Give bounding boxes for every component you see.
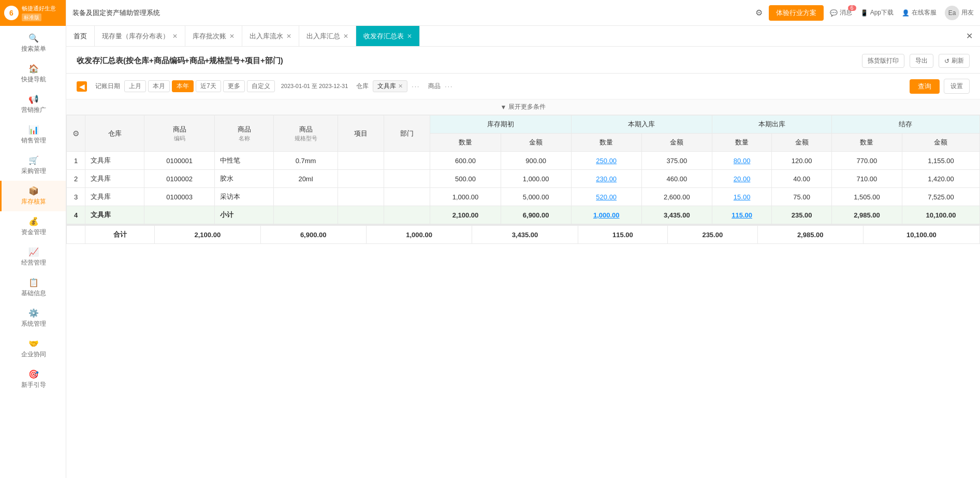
- name-cell: 中性笔: [215, 152, 274, 170]
- table-row: 2文具库0100002胶水20ml500.001,000.00230.00460…: [67, 170, 980, 188]
- tab-close-batch-ledger[interactable]: ✕: [229, 33, 235, 40]
- in-qty-cell[interactable]: 250.00: [571, 152, 641, 170]
- online-service-btn[interactable]: 👤 在线客服: [902, 8, 937, 17]
- code-cell: 0100001: [144, 152, 215, 170]
- col-opening-header: 库存期初: [430, 115, 571, 134]
- open-amt-cell: 1,000.00: [501, 170, 571, 188]
- in-qty-cell[interactable]: 520.00: [571, 188, 641, 206]
- page-content: 收发存汇总表(按仓库+商品编码+商品+规格型号+项目+部门) 拣货版打印 导出 …: [66, 47, 980, 478]
- sidebar-item-basic[interactable]: 📋基础信息: [0, 272, 66, 303]
- sidebar-item-inventory[interactable]: 📦库存核算: [0, 181, 66, 211]
- date-btn-last-month[interactable]: 上月: [124, 80, 146, 92]
- print-btn[interactable]: 拣货版打印: [862, 54, 904, 68]
- sidebar-item-collab[interactable]: 🤝企业协同: [0, 334, 66, 364]
- col-in-header: 本期入库: [571, 115, 712, 134]
- sidebar-item-marketing[interactable]: 📢营销推广: [0, 89, 66, 120]
- purchase-icon: 🛒: [28, 155, 39, 165]
- date-filter-label: 记账日期: [95, 82, 120, 91]
- service-icon: 👤: [902, 9, 910, 17]
- footer-in-qty: 1,000.00: [366, 226, 472, 244]
- footer-out-qty: 115.00: [578, 226, 667, 244]
- tab-in-out-summary[interactable]: 出入库汇总✕: [299, 26, 356, 46]
- col-opening-qty-header: 数量: [430, 134, 501, 152]
- refresh-btn[interactable]: ↺ 刷新: [939, 54, 970, 68]
- bal-qty-cell: 1,505.00: [831, 188, 902, 206]
- bal-amt-cell: 1,155.00: [902, 152, 979, 170]
- tab-close-in-out-flow[interactable]: ✕: [286, 33, 291, 40]
- in-qty-cell[interactable]: 1,000.00: [571, 206, 641, 224]
- spec-cell: [274, 206, 338, 224]
- sidebar-item-operations[interactable]: 📈经营管理: [0, 242, 66, 272]
- topbar-right: 💬 消息 6 📱 App下载 👤 在线客服 Ea 用友: [830, 6, 974, 20]
- col-code-header: 商品编码: [144, 115, 215, 152]
- expand-conditions-btn[interactable]: ▼ 展开更多条件: [501, 103, 546, 111]
- date-btn-this-year[interactable]: 本年: [172, 80, 194, 92]
- footer-out-amt: 235.00: [668, 226, 757, 244]
- date-btn-more[interactable]: 更多: [223, 80, 245, 92]
- query-button[interactable]: 查询: [910, 79, 940, 94]
- sidebar-item-sales[interactable]: 📊销售管理: [0, 120, 66, 150]
- out-qty-cell[interactable]: 115.00: [712, 206, 772, 224]
- app-download-btn[interactable]: 📱 App下载: [860, 8, 894, 17]
- name-cell: 胶水: [215, 170, 274, 188]
- col-bal-qty-header: 数量: [831, 134, 902, 152]
- tab-collect-summary[interactable]: 收发存汇总表✕: [356, 26, 420, 46]
- trial-btn[interactable]: 体验行业方案: [769, 5, 824, 21]
- tab-batch-ledger[interactable]: 库存批次账✕: [185, 26, 242, 46]
- tab-label-batch-ledger: 库存批次账: [193, 32, 226, 41]
- tab-close-collect-summary[interactable]: ✕: [407, 33, 412, 40]
- tab-inventory-dist[interactable]: 现存量（库存分布表）✕: [95, 26, 185, 46]
- filter-collapse-btn[interactable]: ◀: [77, 81, 87, 92]
- in-qty-cell[interactable]: 230.00: [571, 170, 641, 188]
- warehouse-cell: 文具库: [85, 152, 144, 170]
- close-all-tabs-btn[interactable]: ✕: [959, 26, 980, 46]
- out-qty-cell[interactable]: 15.00: [712, 188, 772, 206]
- goods-more[interactable]: ···: [445, 83, 453, 90]
- footer-total-row: 合计 2,100.00 6,900.00 1,000.00 3,435.00 1…: [67, 226, 980, 244]
- date-btn-this-month[interactable]: 本月: [148, 80, 170, 92]
- sidebar-item-search[interactable]: 🔍搜索菜单: [0, 28, 66, 59]
- out-qty-cell[interactable]: 80.00: [712, 152, 772, 170]
- footer-in-amt: 3,435.00: [472, 226, 578, 244]
- sidebar-item-system[interactable]: ⚙️系统管理: [0, 303, 66, 334]
- system-icon: ⚙️: [28, 308, 39, 318]
- tab-close-inventory-dist[interactable]: ✕: [172, 33, 178, 40]
- bal-qty-cell: 2,985.00: [831, 206, 902, 224]
- logo-text: 畅捷通好生意 标准版: [22, 5, 56, 21]
- tab-home[interactable]: 首页: [66, 26, 95, 46]
- col-in-amt-header: 金额: [641, 134, 712, 152]
- sidebar-item-purchase[interactable]: 🛒采购管理: [0, 150, 66, 181]
- warehouse-tag-close[interactable]: ✕: [398, 83, 403, 90]
- code-cell: 0100003: [144, 188, 215, 206]
- messages-btn[interactable]: 💬 消息 6: [830, 8, 852, 17]
- user-menu[interactable]: Ea 用友: [945, 6, 974, 20]
- export-btn[interactable]: 导出: [910, 54, 933, 68]
- settings-button[interactable]: 设置: [944, 79, 970, 94]
- system-title: 装备及固定资产辅助管理系统: [72, 8, 749, 18]
- col-name-header: 商品名称: [215, 115, 274, 152]
- avatar: Ea: [945, 6, 959, 20]
- out-amt-cell: 235.00: [772, 206, 832, 224]
- open-qty-cell: 600.00: [430, 152, 501, 170]
- rownum-cell: 2: [67, 170, 85, 188]
- out-qty-cell[interactable]: 20.00: [712, 170, 772, 188]
- date-btn-last-7[interactable]: 近7天: [196, 80, 221, 92]
- app-logo: 6 畅捷通好生意 标准版: [0, 0, 66, 26]
- operations-icon: 📈: [28, 247, 39, 257]
- warehouse-more[interactable]: ···: [412, 83, 420, 90]
- tab-in-out-flow[interactable]: 出入库流水✕: [242, 26, 299, 46]
- sidebar-item-quick-nav[interactable]: 🏠快捷导航: [0, 59, 66, 89]
- table-settings-icon[interactable]: ⚙: [72, 129, 79, 138]
- settings-icon[interactable]: ⚙: [755, 8, 763, 18]
- sidebar-item-finance[interactable]: 💰资金管理: [0, 211, 66, 242]
- inventory-icon: 📦: [28, 186, 39, 196]
- tab-close-in-out-summary[interactable]: ✕: [343, 33, 348, 40]
- finance-icon: 💰: [28, 216, 39, 226]
- open-qty-cell: 1,000.00: [430, 188, 501, 206]
- warehouse-tag[interactable]: 文具库 ✕: [373, 80, 407, 92]
- warehouse-cell: 文具库: [85, 206, 144, 224]
- sidebar-item-guide[interactable]: 🎯新手引导: [0, 364, 66, 395]
- sidebar-nav: 🔍搜索菜单🏠快捷导航📢营销推广📊销售管理🛒采购管理📦库存核算💰资金管理📈经营管理…: [0, 26, 66, 478]
- date-btn-custom[interactable]: 自定义: [247, 80, 275, 92]
- goods-filter-section: 商品 ···: [428, 82, 453, 91]
